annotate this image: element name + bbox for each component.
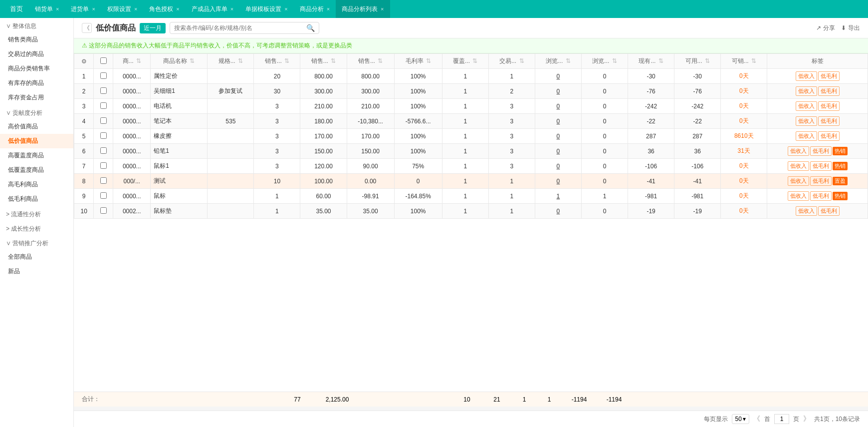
sidebar-item-high-margin[interactable]: 高毛利商品 bbox=[0, 177, 73, 192]
view-link[interactable]: 0 bbox=[557, 148, 560, 155]
view-link[interactable]: 0 bbox=[557, 118, 560, 125]
horizontal-scrollbar[interactable] bbox=[74, 407, 868, 411]
view-link[interactable]: 0 bbox=[557, 103, 560, 110]
sidebar-item-stock-capital[interactable]: 库存资金占用 bbox=[0, 90, 73, 105]
cell-view1[interactable]: 0 bbox=[535, 84, 581, 99]
cell-name[interactable]: 铅笔1 bbox=[151, 144, 208, 159]
cell-checkbox[interactable] bbox=[94, 84, 113, 99]
close-icon[interactable]: × bbox=[134, 6, 137, 12]
cell-checkbox[interactable] bbox=[94, 69, 113, 84]
sidebar-item-sales-products[interactable]: 销售类商品 bbox=[0, 32, 73, 47]
nav-product-analysis[interactable]: 商品分析× bbox=[294, 0, 336, 18]
th-coverage[interactable]: 覆盖... ⇅ bbox=[442, 54, 488, 69]
nav-template-settings[interactable]: 单据模板设置× bbox=[239, 0, 293, 18]
search-icon[interactable]: 🔍 bbox=[306, 24, 315, 32]
th-view1[interactable]: 浏览... ⇅ bbox=[535, 54, 581, 69]
collapse-button[interactable]: 《 bbox=[82, 23, 92, 33]
row-checkbox[interactable] bbox=[100, 207, 107, 214]
row-checkbox[interactable] bbox=[100, 117, 107, 124]
th-trans[interactable]: 交易... ⇅ bbox=[488, 54, 535, 69]
per-page-select[interactable]: 50 ▾ bbox=[732, 414, 749, 424]
row-checkbox[interactable] bbox=[100, 87, 107, 94]
cell-checkbox[interactable] bbox=[94, 129, 113, 144]
th-sales[interactable]: 销售... ⇅ bbox=[347, 54, 394, 69]
select-all-checkbox[interactable] bbox=[100, 57, 107, 64]
search-input[interactable] bbox=[174, 24, 304, 31]
cell-name[interactable]: 橡皮擦 bbox=[151, 129, 208, 144]
view-link[interactable]: 0 bbox=[557, 208, 560, 215]
nav-home[interactable]: 首页 bbox=[4, 0, 29, 18]
export-button[interactable]: ⬇ 导出 bbox=[841, 24, 860, 32]
close-icon[interactable]: × bbox=[381, 6, 384, 12]
sidebar-section-growth[interactable]: > 成长性分析 bbox=[0, 221, 73, 235]
sidebar-section-marketing[interactable]: ∨ 营销推广分析 bbox=[0, 235, 73, 250]
cell-name[interactable]: 笔记本 bbox=[151, 114, 208, 129]
row-checkbox[interactable] bbox=[100, 132, 107, 139]
first-page-button[interactable]: 《 bbox=[753, 415, 760, 424]
nav-sales-order[interactable]: 销货单× bbox=[29, 0, 65, 18]
th-available[interactable]: 可用... ⇅ bbox=[674, 54, 721, 69]
cell-name[interactable]: 电话机 bbox=[151, 99, 208, 114]
view-link[interactable]: 0 bbox=[557, 88, 560, 95]
cell-checkbox[interactable] bbox=[94, 159, 113, 174]
cell-view1[interactable]: 0 bbox=[535, 129, 581, 144]
sidebar-section-liquidity[interactable]: > 流通性分析 bbox=[0, 206, 73, 221]
cell-view1[interactable]: 1 bbox=[535, 189, 581, 204]
share-button[interactable]: ↗ 分享 bbox=[816, 24, 835, 32]
data-table-container[interactable]: ⚙ 商... ⇅ 商品名称 ⇅ 规格... ⇅ 销售... ⇅ 销售... ⇅ … bbox=[74, 53, 868, 392]
th-qty[interactable]: 销售... ⇅ bbox=[254, 54, 300, 69]
cell-name[interactable]: 鼠标 bbox=[151, 189, 208, 204]
nav-role-auth[interactable]: 角色授权× bbox=[143, 0, 185, 18]
view-link[interactable]: 0 bbox=[557, 178, 560, 185]
nav-purchase-order[interactable]: 进货单× bbox=[65, 0, 101, 18]
th-checkbox[interactable] bbox=[94, 54, 113, 69]
sidebar-item-low-coverage[interactable]: 低覆盖度商品 bbox=[0, 163, 73, 177]
th-code[interactable]: 商... ⇅ bbox=[113, 54, 151, 69]
sidebar-section-contribution[interactable]: ∨ 贡献度分析 bbox=[0, 105, 73, 119]
close-icon[interactable]: × bbox=[327, 6, 330, 12]
row-checkbox[interactable] bbox=[100, 192, 107, 199]
th-settings[interactable]: ⚙ bbox=[74, 54, 94, 69]
row-checkbox[interactable] bbox=[100, 162, 107, 169]
sidebar-item-high-value[interactable]: 高价值商品 bbox=[0, 119, 73, 134]
cell-view1[interactable]: 0 bbox=[535, 174, 581, 189]
sidebar-item-low-margin[interactable]: 低毛利商品 bbox=[0, 192, 73, 206]
close-icon[interactable]: × bbox=[176, 6, 179, 12]
row-checkbox[interactable] bbox=[100, 72, 107, 79]
cell-view1[interactable]: 0 bbox=[535, 159, 581, 174]
view-link[interactable]: 0 bbox=[557, 133, 560, 140]
th-sellable[interactable]: 可销... ⇅ bbox=[721, 54, 767, 69]
close-icon[interactable]: × bbox=[230, 6, 233, 12]
th-current[interactable]: 现有... ⇅ bbox=[628, 54, 674, 69]
nav-permissions[interactable]: 权限设置× bbox=[101, 0, 143, 18]
close-icon[interactable]: × bbox=[92, 6, 95, 12]
page-number-input[interactable] bbox=[774, 414, 789, 424]
th-price[interactable]: 销售... ⇅ bbox=[300, 54, 347, 69]
view-link[interactable]: 1 bbox=[557, 193, 560, 200]
cell-view1[interactable]: 0 bbox=[535, 99, 581, 114]
cell-checkbox[interactable] bbox=[94, 204, 113, 219]
cell-checkbox[interactable] bbox=[94, 189, 113, 204]
sidebar-section-overall[interactable]: ∨ 整体信息 bbox=[0, 18, 73, 32]
row-checkbox[interactable] bbox=[100, 102, 107, 109]
search-box[interactable]: 🔍 bbox=[170, 22, 319, 34]
sidebar-item-all-products[interactable]: 全部商品 bbox=[0, 250, 73, 264]
close-icon[interactable]: × bbox=[56, 6, 59, 12]
sidebar-item-stock-products[interactable]: 有库存的商品 bbox=[0, 76, 73, 90]
row-checkbox[interactable] bbox=[100, 177, 107, 184]
date-badge[interactable]: 近一月 bbox=[140, 23, 166, 33]
nav-product-inbound[interactable]: 产成品入库单× bbox=[186, 0, 239, 18]
cell-checkbox[interactable] bbox=[94, 99, 113, 114]
cell-checkbox[interactable] bbox=[94, 174, 113, 189]
cell-name[interactable]: 鼠标垫 bbox=[151, 204, 208, 219]
sidebar-item-traded-products[interactable]: 交易过的商品 bbox=[0, 47, 73, 61]
th-spec[interactable]: 规格... ⇅ bbox=[208, 54, 254, 69]
cell-view1[interactable]: 0 bbox=[535, 204, 581, 219]
close-icon[interactable]: × bbox=[284, 6, 287, 12]
view-link[interactable]: 0 bbox=[557, 73, 560, 80]
sidebar-item-category-sales-rate[interactable]: 商品分类销售率 bbox=[0, 61, 73, 76]
cell-name[interactable]: 属性定价 bbox=[151, 69, 208, 84]
cell-view1[interactable]: 0 bbox=[535, 69, 581, 84]
row-checkbox[interactable] bbox=[100, 147, 107, 154]
cell-name[interactable]: 测试 bbox=[151, 174, 208, 189]
